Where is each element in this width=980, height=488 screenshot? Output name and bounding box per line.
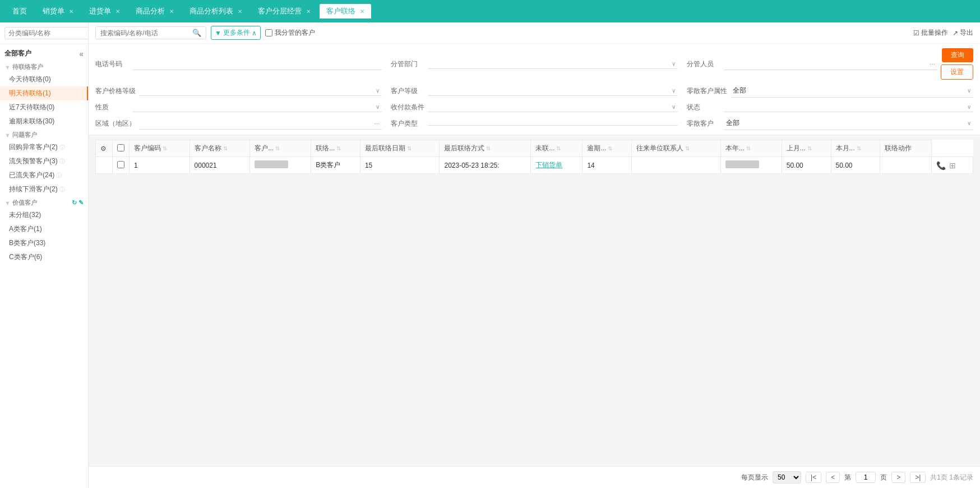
nav-close-customer-contact[interactable]: ✕ (360, 8, 364, 15)
customer-value-chevron-icon: ∨ (376, 88, 380, 94)
sidebar-item-a-class[interactable]: A类客户(1) (0, 222, 88, 236)
filter-customer-level: 客户等级 ∨ (391, 84, 677, 98)
query-btn[interactable]: 查询 (942, 48, 973, 62)
row-name (250, 157, 311, 174)
nav-customer-contact[interactable]: 客户联络 ✕ (320, 4, 371, 19)
filter-payment: 收付款条件 ∨ (391, 102, 677, 112)
sidebar-item-7day-contact[interactable]: 近7天待联络(0) (0, 100, 88, 114)
nav-customer-tier[interactable]: 客户分层经营 ✕ (251, 4, 317, 19)
settings-icon[interactable]: ⚙ (100, 145, 107, 153)
customer-level-label: 客户等级 (391, 86, 424, 96)
sidebar-item-ungrouped[interactable]: 未分组(32) (0, 208, 88, 222)
region-dots-icon[interactable]: ··· (374, 119, 380, 127)
sort-icon-this-month[interactable]: ⇅ (857, 145, 861, 151)
nav-close-product-analysis-list[interactable]: ✕ (238, 8, 242, 15)
sidebar-item-c-class[interactable]: C类客户(6) (0, 250, 88, 264)
nav-purchase-order[interactable]: 进货单 ✕ (82, 4, 127, 19)
region-label: 区域（地区） (95, 119, 136, 128)
nav-product-analysis-list[interactable]: 商品分析列表 ✕ (183, 4, 249, 19)
manager-dots-icon[interactable]: ··· (930, 60, 935, 68)
filter-panel: 电话号码 分管部门 ∨ 分管人员 ··· 查询 设置 (89, 44, 980, 135)
customer-type-label: 客户类型 (391, 119, 424, 128)
sidebar-collapse-icon[interactable]: « (79, 49, 84, 58)
search-input[interactable] (100, 29, 190, 37)
nav-home[interactable]: 首页 (6, 4, 34, 19)
gender-label: 性质 (95, 103, 129, 112)
sort-icon-last-date[interactable]: ⇅ (407, 145, 412, 151)
action-grid-icon[interactable]: ⊞ (949, 161, 956, 170)
sort-icon-name[interactable]: ⇅ (223, 145, 228, 151)
next-page-btn[interactable]: > (891, 472, 905, 483)
retail-customer-select[interactable]: 全部 ∨ (724, 117, 973, 130)
sort-icon-overdue[interactable]: ⇅ (608, 145, 612, 151)
status-select[interactable]: ∨ (724, 102, 973, 112)
sort-icon-unit-contact[interactable]: ⇅ (685, 145, 690, 151)
nav-product-analysis[interactable]: 商品分析 ✕ (129, 4, 181, 19)
dept-select[interactable]: ∨ (428, 59, 677, 69)
sort-icon-contact-count[interactable]: ⇅ (336, 145, 341, 151)
status-chevron-icon: ∨ (967, 104, 971, 110)
th-actions: 联络动作 (880, 140, 932, 157)
sort-icon-last-month[interactable]: ⇅ (807, 145, 812, 151)
customer-value-select[interactable]: ∨ (139, 86, 382, 96)
per-page-select[interactable]: 50 100 200 (773, 471, 801, 484)
more-filter-btn[interactable]: ▼ 更多条件 ∧ (211, 26, 261, 40)
sidebar-search-input[interactable] (4, 27, 89, 39)
last-page-btn[interactable]: >| (910, 472, 926, 483)
sort-icon-code[interactable]: ⇅ (163, 145, 167, 151)
nav-close-purchase[interactable]: ✕ (115, 8, 120, 15)
sidebar-item-repurchase-abnormal[interactable]: 回购异常客户(2) ⓘ (0, 140, 88, 154)
sidebar-item-b-class[interactable]: B类客户(33) (0, 236, 88, 250)
sort-icon-no-contact[interactable]: ⇅ (556, 145, 561, 151)
nav-close-product-analysis[interactable]: ✕ (169, 8, 174, 15)
sidebar-item-overdue-contact[interactable]: 逾期未联络(30) (0, 114, 88, 128)
sort-icon-method[interactable]: ⇅ (486, 145, 491, 151)
sidebar-item-today-contact[interactable]: 今天待联络(0) (0, 72, 88, 86)
nav-close-customer-tier[interactable]: ✕ (306, 8, 311, 15)
prev-page-btn[interactable]: < (826, 472, 840, 483)
search-icon[interactable]: 🔍 (192, 29, 201, 37)
payment-select[interactable]: ∨ (428, 102, 677, 112)
row-unit-contact (720, 157, 782, 174)
row-last-date: 2023-05-23 18:25: (440, 157, 531, 174)
sidebar-item-churned[interactable]: 已流失客户(24) ⓘ (0, 168, 88, 182)
info-icon-repurchase: ⓘ (59, 144, 65, 151)
th-this-month: 本月...⇅ (831, 140, 880, 157)
row-checkbox[interactable] (117, 161, 124, 168)
customer-level-select[interactable]: ∨ (428, 86, 677, 96)
refresh-icon[interactable]: ↻ (72, 199, 77, 206)
region-select[interactable]: ··· (139, 118, 382, 130)
customer-type-select[interactable] (428, 122, 677, 126)
toolbar: 🔍 ▼ 更多条件 ∧ 我分管的客户 ☑ 批量操作 ↗ 导出 (89, 22, 980, 44)
sidebar-item-tomorrow-contact[interactable]: 明天待联络(1) (0, 86, 88, 100)
my-customers-checkbox[interactable] (265, 29, 272, 36)
set-btn[interactable]: 设置 (941, 65, 973, 80)
sidebar-item-declining[interactable]: 持续下滑客户(2) ⓘ (0, 182, 88, 196)
sidebar-item-churn-warning[interactable]: 流失预警客户(3) ⓘ (0, 154, 88, 168)
phone-label: 电话号码 (95, 59, 129, 69)
my-customers-checkbox-label[interactable]: 我分管的客户 (265, 28, 315, 38)
dept-label: 分管部门 (391, 59, 424, 69)
row-this-year: 50.00 (782, 157, 831, 174)
export-btn[interactable]: ↗ 导出 (953, 28, 973, 38)
gender-chevron-icon: ∨ (376, 104, 380, 110)
edit-value-icon[interactable]: ✎ (78, 199, 84, 206)
page-input[interactable] (856, 472, 876, 483)
retail-attr-select[interactable]: 全部 ∨ (731, 84, 973, 98)
select-all-checkbox[interactable] (117, 144, 124, 151)
nav-sales-order[interactable]: 销货单 ✕ (36, 4, 80, 19)
filter-manager: 分管人员 ··· 查询 设置 (687, 48, 973, 80)
nav-close-sales[interactable]: ✕ (69, 8, 73, 15)
manager-select[interactable]: ··· (724, 58, 937, 70)
batch-op-btn[interactable]: ☑ 批量操作 (913, 28, 948, 38)
gender-select[interactable]: ∨ (132, 102, 382, 112)
action-phone-icon[interactable]: 📞 (936, 161, 946, 170)
sort-icon-this-year[interactable]: ⇅ (746, 145, 751, 151)
first-page-btn[interactable]: |< (806, 472, 821, 483)
th-settings: ⚙ (96, 140, 113, 157)
row-contact-count: 15 (360, 157, 440, 174)
phone-input[interactable] (132, 58, 382, 70)
sort-icon-category[interactable]: ⇅ (275, 145, 280, 151)
filter-status: 状态 ∨ (687, 102, 973, 112)
content-area: 🔍 ▼ 更多条件 ∧ 我分管的客户 ☑ 批量操作 ↗ 导出 (89, 22, 980, 488)
